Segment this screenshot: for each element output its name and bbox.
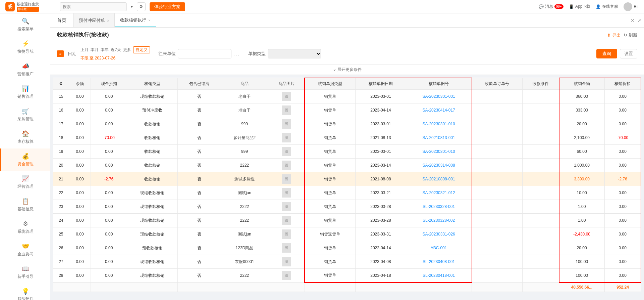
filter-setting-button[interactable]: 设置: [620, 49, 637, 58]
receipt-type-select[interactable]: [268, 49, 321, 58]
table-cell-3-9[interactable]: SA-20210813-001: [406, 131, 472, 145]
online-service-button[interactable]: 👤 在线客服: [596, 4, 618, 9]
expand-more-button[interactable]: ∨ 展开更多条件: [333, 67, 362, 73]
bill-no-link[interactable]: SA-20230321-012: [422, 190, 455, 195]
table-cell-7-13: 0.00: [604, 186, 641, 200]
bill-no-link[interactable]: SA-20230301-010: [422, 122, 455, 126]
tab-home[interactable]: 首页: [50, 13, 73, 27]
query-button[interactable]: 查询: [596, 49, 617, 58]
filter-collapse-button[interactable]: »: [57, 50, 64, 57]
col-header-0: ⚙: [53, 78, 69, 90]
footer-cell-8: [356, 283, 406, 292]
table-cell-5-10: [472, 159, 523, 172]
from-unit-dots[interactable]: ...: [233, 51, 240, 57]
tab-prepay-label: 预付冲应付单: [79, 17, 105, 24]
table-cell-11-9[interactable]: ABC-001: [406, 241, 472, 255]
bill-no-link[interactable]: SA-20210808-001: [422, 177, 455, 181]
messages-button[interactable]: 💬 消息 99+: [539, 4, 564, 9]
table-cell-6-9[interactable]: SA-20210808-001: [406, 172, 472, 186]
close-tab-button[interactable]: ✕: [631, 18, 635, 23]
sidebar-item-资金管理[interactable]: 💰资金管理: [0, 148, 50, 171]
sidebar-item-搜索菜单[interactable]: 🔍搜索菜单: [0, 13, 50, 36]
table-cell-5-6: 图: [268, 159, 305, 172]
table-cell-2-1: 0.00: [69, 117, 91, 131]
bill-no-link[interactable]: SA-20210813-001: [422, 135, 455, 140]
table-footer-row: 40,556,66...952.24: [53, 283, 641, 292]
trial-button[interactable]: 体验行业方案: [150, 2, 185, 11]
table-cell-0-12: 360.00: [559, 90, 604, 103]
table-cell-12-3: 现结收款核销: [127, 255, 177, 269]
sidebar-item-基础信息[interactable]: 📋基础信息: [0, 194, 50, 216]
sidebar-item-系统管理[interactable]: ⚙系统管理: [0, 216, 50, 239]
sidebar-item-库存核算[interactable]: 🏠库存核算: [0, 126, 50, 148]
sidebar-item-营销推广[interactable]: 📣营销推广: [0, 58, 50, 81]
table-cell-8-9[interactable]: SL-20230328-001: [406, 200, 472, 214]
table-row: 180.00-70.00收款核销否多计量商品2图销货单2021-08-13SA-…: [53, 131, 641, 145]
sidebar-label: 库存核算: [17, 139, 34, 144]
tab-collection[interactable]: 收款核销执行 ×: [115, 13, 156, 27]
footer-cell-9: [406, 283, 472, 292]
sidebar-item-快捷导航[interactable]: ⚡快捷导航: [0, 36, 50, 58]
export-button[interactable]: ⬆ 导出: [607, 32, 621, 38]
bill-no-link[interactable]: ABC-001: [431, 246, 447, 250]
table-cell-5-8: 2023-03-14: [356, 159, 406, 172]
settings-icon[interactable]: ⚙: [137, 2, 146, 11]
user-menu[interactable]: Rit: [624, 2, 639, 11]
app-download-button[interactable]: 📱 App下载: [569, 4, 590, 9]
sidebar-item-智能硬件[interactable]: 💡智能硬件: [0, 284, 50, 300]
tab-prepay-close[interactable]: ×: [107, 18, 109, 23]
search-input[interactable]: [60, 2, 127, 11]
bill-no-link[interactable]: SL-20230408-001: [423, 259, 455, 264]
table-cell-1-9[interactable]: SA-20230414-017: [406, 103, 472, 117]
table-cell-5-9[interactable]: SA-20230314-008: [406, 159, 472, 172]
bill-no-link[interactable]: SA-20230301-010: [422, 149, 455, 154]
table-cell-9-9[interactable]: SL-20230328-002: [406, 214, 472, 227]
sidebar-item-企业协同[interactable]: 🤝企业协同: [0, 239, 50, 261]
table-cell-10-9[interactable]: SA-20230331-026: [406, 227, 472, 241]
table-cell-4-8: 2023-03-01: [356, 145, 406, 159]
table-cell-12-9[interactable]: SL-20230408-001: [406, 255, 472, 269]
restore-tab-button[interactable]: ⤢: [637, 18, 641, 23]
this-year-link[interactable]: 本年: [101, 47, 109, 53]
sidebar-item-新手引导[interactable]: 📖新手引导: [0, 261, 50, 284]
last-month-link[interactable]: 上月: [80, 47, 89, 53]
table-cell-12-13: 0.00: [604, 255, 641, 269]
table-cell-4-11: [523, 145, 559, 159]
table-cell-7-1: 0.00: [69, 186, 91, 200]
sidebar-item-采购管理[interactable]: 🛒采购管理: [0, 103, 50, 126]
footer-cell-13: 952.24: [604, 283, 641, 292]
bill-no-link[interactable]: SA-20230331-026: [422, 232, 455, 237]
from-unit-input[interactable]: [178, 49, 231, 58]
bill-no-link[interactable]: SA-20230414-017: [422, 108, 455, 113]
tab-collection-close[interactable]: ×: [148, 18, 150, 22]
refresh-button[interactable]: ↻ 刷新: [624, 32, 637, 38]
bill-no-link[interactable]: SL-20230328-001: [423, 204, 455, 209]
bill-no-link[interactable]: SA-20230314-008: [422, 163, 455, 168]
more-dates-link[interactable]: 更多: [123, 47, 131, 53]
table-cell-2-9[interactable]: SA-20230301-010: [406, 117, 472, 131]
this-month-link[interactable]: 本月: [91, 47, 99, 53]
table-cell-11-12: 20.00: [559, 241, 604, 255]
bill-no-link[interactable]: SA-20230301-001: [422, 94, 455, 99]
table-cell-4-10: [472, 145, 523, 159]
table-cell-11-7: 销货单: [305, 241, 355, 255]
sidebar-icon: 🤝: [22, 243, 29, 250]
sidebar-item-经营管理[interactable]: 📈经营管理: [0, 171, 50, 194]
table-cell-4-9[interactable]: SA-20230301-010: [406, 145, 472, 159]
table-cell-12-5: 衣服00001: [221, 255, 268, 269]
table-cell-8-2: 0.00: [91, 200, 127, 214]
table-cell-7-9[interactable]: SA-20230321-012: [406, 186, 472, 200]
discount-value: -2.76: [618, 177, 627, 181]
table-cell-13-9[interactable]: SL-20230418-001: [406, 269, 472, 283]
dropdown-button[interactable]: ▾: [131, 4, 133, 9]
bill-no-link[interactable]: SL-20230328-002: [423, 218, 455, 223]
tab-prepay[interactable]: 预付冲应付单 ×: [73, 13, 115, 27]
custom-date-link[interactable]: 自定义: [133, 46, 150, 53]
table-cell-0-9[interactable]: SA-20230301-001: [406, 90, 472, 103]
table-cell-11-0: 26: [53, 241, 69, 255]
sidebar-item-销售管理[interactable]: 📊销售管理: [0, 81, 50, 103]
bill-no-link[interactable]: SL-20230418-001: [423, 273, 455, 278]
table-cell-9-2: 0.00: [91, 214, 127, 227]
last-7-days-link[interactable]: 近7天: [111, 47, 121, 53]
table-cell-8-4: 否: [177, 200, 221, 214]
